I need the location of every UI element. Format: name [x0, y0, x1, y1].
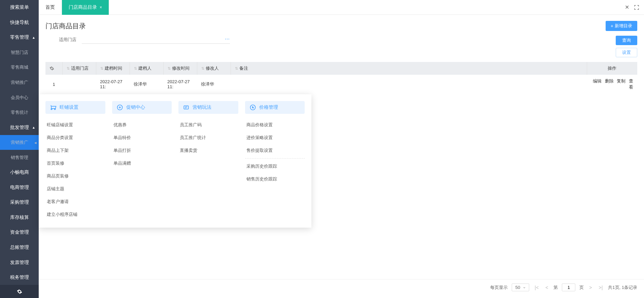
tabs-bar: 首页 门店商品目录 × ✕	[39, 0, 644, 15]
sidebar-item-marketing-2[interactable]: 营销推广◂	[0, 135, 39, 150]
cell-mod-time: 2022-07-27 11:	[163, 75, 197, 94]
col-actions: 操作	[587, 62, 637, 75]
col-store[interactable]: ⇅适用门店	[62, 62, 96, 75]
mega-menu: 旺铺设置 旺铺店铺设置 商品分类设置 商品上下架 首页装修 商品页装修 店铺主题…	[39, 94, 311, 228]
sidebar-item-xiaochang[interactable]: 小畅电商	[0, 165, 39, 180]
col-mod-time[interactable]: ⇅修改时间	[163, 62, 197, 75]
page-prev[interactable]: <	[544, 285, 549, 290]
menu-item[interactable]: 首页装修	[45, 157, 105, 170]
page-label-2: 页	[579, 285, 584, 291]
sidebar-item-funds[interactable]: 资金管理	[0, 225, 39, 240]
menu-col-promo: 促销中心 优惠券 单品特价 单品打折 单品满赠	[112, 101, 172, 221]
sidebar-item-tax[interactable]: 税务管理	[0, 270, 39, 285]
sidebar: 搜索菜单 快捷导航 零售管理▲ 智慧门店 零售商城 营销推广 会员中心 零售统计…	[0, 0, 39, 298]
sidebar-item-search-menu[interactable]: 搜索菜单	[0, 0, 39, 15]
col-create-time[interactable]: ⇅建档时间	[96, 62, 130, 75]
page-last[interactable]: >|	[598, 285, 604, 290]
menu-item[interactable]: 商品价格设置	[245, 119, 305, 131]
menu-item[interactable]: 员工推广码	[178, 119, 238, 131]
sort-icon: ⇅	[134, 66, 137, 70]
menu-item[interactable]: 商品页装修	[45, 170, 105, 183]
cell-store	[62, 75, 96, 94]
sidebar-item-quick-nav[interactable]: 快捷导航	[0, 15, 39, 30]
sidebar-item-sales-mgmt[interactable]: 销售管理	[0, 150, 39, 165]
menu-divider	[245, 158, 305, 159]
page-next[interactable]: >	[588, 285, 593, 290]
table-row[interactable]: 1 2022-07-27 11: 徐泽华 2022-07-27 11: 徐泽华 …	[45, 75, 637, 94]
page-input[interactable]	[562, 284, 575, 291]
sidebar-item-marketing-1[interactable]: 营销推广	[0, 75, 39, 90]
menu-item[interactable]: 售价提取设置	[245, 144, 305, 157]
menu-item[interactable]: 商品分类设置	[45, 131, 105, 144]
menu-item[interactable]: 单品满赠	[112, 157, 172, 170]
menu-col-shop: 旺铺设置 旺铺店铺设置 商品分类设置 商品上下架 首页装修 商品页装修 店铺主题…	[45, 101, 105, 221]
sort-icon: ⇅	[201, 66, 204, 70]
menu-item[interactable]: 直播卖货	[178, 144, 238, 157]
page-first[interactable]: |<	[533, 285, 540, 290]
menu-item[interactable]: 员工推广统计	[178, 131, 238, 144]
filter-store-input[interactable]	[82, 36, 230, 44]
gear-icon	[49, 66, 58, 71]
menu-item[interactable]: 旺铺店铺设置	[45, 119, 105, 131]
per-page-select[interactable]: 50	[512, 284, 529, 291]
sidebar-item-invoice[interactable]: 发票管理	[0, 255, 39, 270]
menu-item[interactable]: 采购历史价跟踪	[245, 160, 305, 173]
sidebar-item-purchase[interactable]: 采购管理	[0, 195, 39, 210]
menu-item[interactable]: 单品特价	[112, 131, 172, 144]
cell-mod-by: 徐泽华	[197, 75, 231, 94]
page-header: 门店商品目录 +新增目录	[39, 15, 644, 33]
menu-header-price: 价格管理	[245, 101, 305, 114]
menu-col-marketing: 营销玩法 员工推广码 员工推广统计 直播卖货	[178, 101, 238, 221]
action-view[interactable]: 查看	[629, 78, 633, 90]
menu-item[interactable]: 商品上下架	[45, 144, 105, 157]
cell-create-by: 徐泽华	[130, 75, 163, 94]
sidebar-item-retail-mall[interactable]: 零售商城	[0, 60, 39, 75]
col-remark[interactable]: ⇅备注	[231, 62, 587, 75]
menu-item[interactable]: 优惠券	[112, 119, 172, 131]
menu-item[interactable]: 店铺主题	[45, 183, 105, 195]
svg-rect-3	[184, 106, 188, 109]
settings-button[interactable]: 设置	[616, 48, 637, 57]
sidebar-item-retail[interactable]: 零售管理▲	[0, 30, 39, 45]
menu-item[interactable]: 老客户邀请	[45, 195, 105, 208]
sidebar-settings[interactable]	[0, 285, 39, 298]
menu-item[interactable]: 建立小程序店铺	[45, 208, 105, 221]
chevron-up-icon: ▲	[32, 36, 35, 39]
more-icon[interactable]: ⋯	[225, 36, 230, 42]
menu-header-promo: 促销中心	[112, 101, 172, 114]
sort-icon: ⇅	[100, 66, 103, 70]
price-icon	[249, 104, 257, 111]
sort-icon: ⇅	[168, 66, 171, 70]
sidebar-item-retail-stats[interactable]: 零售统计	[0, 105, 39, 120]
sidebar-item-member-center[interactable]: 会员中心	[0, 90, 39, 105]
menu-header-shop: 旺铺设置	[45, 101, 105, 114]
sidebar-item-inventory[interactable]: 库存核算	[0, 210, 39, 225]
sidebar-item-wholesale[interactable]: 批发管理▲	[0, 120, 39, 135]
add-catalog-button[interactable]: +新增目录	[606, 21, 637, 31]
close-all-icon[interactable]: ✕	[625, 4, 629, 10]
action-copy[interactable]: 复制	[617, 78, 625, 84]
search-button[interactable]: 查询	[616, 36, 637, 45]
action-delete[interactable]: 删除	[605, 78, 614, 84]
plus-icon: +	[611, 23, 613, 29]
page-label-1: 第	[553, 285, 558, 291]
filter-row: 适用门店 ⋯ 查询 设置	[39, 33, 644, 62]
chevron-left-icon: ◂	[34, 140, 37, 145]
fullscreen-icon[interactable]	[634, 5, 639, 10]
action-edit[interactable]: 编辑	[593, 78, 602, 84]
menu-item[interactable]: 销售历史价跟踪	[245, 173, 305, 186]
col-gear[interactable]	[45, 62, 62, 75]
menu-item[interactable]: 进价策略设置	[245, 131, 305, 144]
col-mod-by[interactable]: ⇅修改人	[197, 62, 231, 75]
close-icon[interactable]: ×	[100, 5, 102, 10]
cell-actions: 编辑 删除 复制 查看	[587, 75, 637, 94]
sort-icon: ⇅	[235, 66, 238, 70]
col-create-by[interactable]: ⇅建档人	[130, 62, 163, 75]
sidebar-item-smart-store[interactable]: 智慧门店	[0, 45, 39, 60]
sidebar-item-ecommerce[interactable]: 电商管理	[0, 180, 39, 195]
tab-home[interactable]: 首页	[39, 0, 62, 15]
sidebar-item-ledger[interactable]: 总账管理	[0, 240, 39, 255]
menu-item[interactable]: 单品打折	[112, 144, 172, 157]
tab-store-catalog[interactable]: 门店商品目录 ×	[62, 0, 109, 15]
pagination: 每页显示 50 |< < 第 页 > >| 共1页, 1条记录	[39, 279, 644, 298]
